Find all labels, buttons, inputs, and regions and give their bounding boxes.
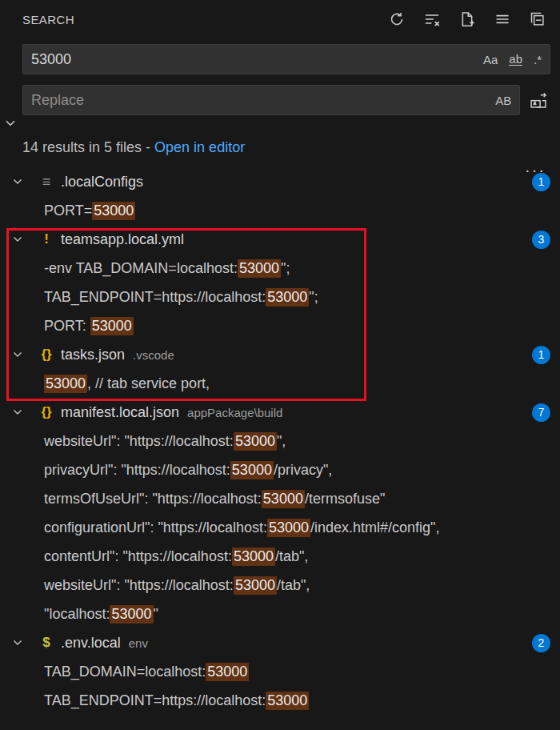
match-count-badge: 1 xyxy=(532,346,550,364)
file-path: .vscode xyxy=(133,348,174,362)
match-case-icon[interactable]: Aa xyxy=(483,53,498,66)
search-input-box: Aa ab .* xyxy=(22,44,550,74)
clear-search-results-icon[interactable] xyxy=(422,10,442,29)
match-before: termsOfUseUrl": "https://localhost: xyxy=(44,491,262,507)
search-match-row[interactable]: PORT: 53000 xyxy=(0,311,560,340)
match-highlight: 53000 xyxy=(92,202,135,220)
match-count-badge: 2 xyxy=(532,634,550,652)
match-highlight: 53000 xyxy=(266,692,309,710)
replace-input[interactable] xyxy=(31,92,484,109)
search-match-row[interactable]: termsOfUseUrl": "https://localhost:53000… xyxy=(0,484,560,513)
search-match-row[interactable]: TAB_ENDPOINT=https://localhost:53000"; xyxy=(0,283,560,311)
match-after: "; xyxy=(281,260,290,277)
toggle-replace-chevron-down-icon[interactable] xyxy=(2,114,19,132)
search-input[interactable] xyxy=(31,51,472,68)
match-after: /tab", xyxy=(277,577,310,594)
match-before: TAB_ENDPOINT=https://localhost: xyxy=(44,692,266,709)
match-before: TAB_ENDPOINT=https://localhost: xyxy=(44,289,266,306)
match-highlight: 53000 xyxy=(266,288,309,307)
match-after: , // tab service port, xyxy=(87,375,210,392)
match-after: " xyxy=(154,606,158,623)
match-before: PORT: xyxy=(44,318,90,335)
match-highlight: 53000 xyxy=(238,259,281,278)
open-in-editor-link[interactable]: Open in editor xyxy=(154,139,245,155)
env-file-icon: $ xyxy=(37,635,56,651)
file-path: env xyxy=(129,636,148,650)
refresh-icon[interactable] xyxy=(387,10,406,29)
search-match-row[interactable]: contentUrl": "https://localhost:53000/ta… xyxy=(0,542,560,571)
open-new-search-editor-icon[interactable] xyxy=(458,10,477,29)
search-panel: SEARCH xyxy=(0,0,560,730)
match-highlight: 53000 xyxy=(44,375,87,393)
search-match-row[interactable]: privacyUrl": "https://localhost:53000/pr… xyxy=(0,455,560,484)
search-match-row[interactable]: PORT=53000 xyxy=(0,196,560,225)
file-row-teamsapp-local-yml[interactable]: ! teamsapp.local.yml 3 xyxy=(0,225,560,254)
more-actions-icon[interactable]: ··· xyxy=(525,161,546,179)
search-match-row[interactable]: TAB_ENDPOINT=https://localhost:53000 xyxy=(0,686,560,715)
chevron-down-icon[interactable] xyxy=(10,347,26,363)
match-highlight: 53000 xyxy=(232,548,275,566)
chevron-down-icon[interactable] xyxy=(10,231,26,247)
yaml-file-icon: ! xyxy=(37,231,56,247)
match-after: /tab", xyxy=(275,548,308,565)
match-before: contentUrl": "https://localhost: xyxy=(44,548,232,565)
file-name: tasks.json xyxy=(61,347,125,363)
match-after: /index.html#/config", xyxy=(310,519,439,536)
file-name: teamsapp.local.yml xyxy=(61,231,184,248)
replace-all-icon[interactable] xyxy=(526,88,550,112)
search-match-row[interactable]: configurationUrl": "https://localhost:53… xyxy=(0,513,560,542)
search-area: Aa ab .* AB ··· xyxy=(0,44,560,115)
file-row-tasks-json[interactable]: {} tasks.json .vscode 1 xyxy=(0,340,560,369)
match-after: "; xyxy=(309,289,318,306)
match-highlight: 53000 xyxy=(234,432,277,451)
whole-word-icon[interactable]: ab xyxy=(509,53,522,66)
search-match-row[interactable]: -env TAB_DOMAIN=localhost:53000"; xyxy=(0,254,560,283)
file-path: appPackage\build xyxy=(187,406,282,419)
search-match-row[interactable]: TAB_DOMAIN=localhost:53000 xyxy=(0,657,560,686)
search-match-row[interactable]: 53000, // tab service port, xyxy=(0,369,560,398)
match-before: privacyUrl": "https://localhost: xyxy=(44,462,230,479)
view-as-list-icon[interactable] xyxy=(493,10,512,29)
file-row-manifest-local-json[interactable]: {} manifest.local.json appPackage\build … xyxy=(0,398,560,427)
match-highlight: 53000 xyxy=(90,317,134,335)
match-highlight: 53000 xyxy=(110,605,153,624)
panel-toolbar xyxy=(387,10,549,29)
file-name: .localConfigs xyxy=(61,174,143,191)
match-after: ", xyxy=(277,433,286,450)
match-after: /privacy", xyxy=(274,462,332,479)
match-before: "localhost: xyxy=(44,606,110,623)
match-highlight: 53000 xyxy=(230,461,274,479)
file-name: .env.local xyxy=(61,635,121,652)
results-tree: ≡ .localConfigs 1 PORT=53000 ! teamsapp.… xyxy=(0,167,560,715)
config-file-icon: ≡ xyxy=(37,174,56,191)
match-before: TAB_DOMAIN=localhost: xyxy=(44,664,206,680)
search-match-row[interactable]: websiteUrl": "https://localhost:53000", xyxy=(0,427,560,455)
match-highlight: 53000 xyxy=(267,519,310,537)
file-row-localconfigs[interactable]: ≡ .localConfigs 1 xyxy=(0,167,560,196)
regex-icon[interactable]: .* xyxy=(534,53,542,66)
match-before: PORT= xyxy=(44,203,92,219)
match-highlight: 53000 xyxy=(262,490,305,508)
panel-header: SEARCH xyxy=(0,0,560,32)
search-match-row[interactable]: "localhost:53000" xyxy=(0,600,560,628)
file-row-env-local[interactable]: $ .env.local env 2 xyxy=(0,628,560,657)
chevron-down-icon[interactable] xyxy=(10,404,26,420)
match-before: websiteUrl": "https://localhost: xyxy=(44,433,234,450)
json-file-icon: {} xyxy=(37,404,56,420)
match-before: -env TAB_DOMAIN=localhost: xyxy=(44,260,238,277)
search-match-row[interactable]: websiteUrl": "https://localhost:53000/ta… xyxy=(0,571,560,600)
replace-input-box: AB xyxy=(22,85,520,115)
match-before: websiteUrl": "https://localhost: xyxy=(44,577,234,594)
match-count-badge: 7 xyxy=(532,403,550,422)
json-file-icon: {} xyxy=(37,347,56,363)
collapse-all-icon[interactable] xyxy=(528,10,547,29)
panel-title: SEARCH xyxy=(22,13,74,26)
chevron-down-icon[interactable] xyxy=(10,174,26,190)
preserve-case-icon[interactable]: AB xyxy=(495,94,511,107)
file-name: manifest.local.json xyxy=(61,404,179,421)
chevron-down-icon[interactable] xyxy=(10,635,26,651)
results-summary-text: 14 results in 5 files - xyxy=(22,139,154,155)
replace-row: AB xyxy=(22,74,550,115)
results-summary: 14 results in 5 files - Open in editor xyxy=(0,115,560,156)
match-highlight: 53000 xyxy=(234,576,277,595)
